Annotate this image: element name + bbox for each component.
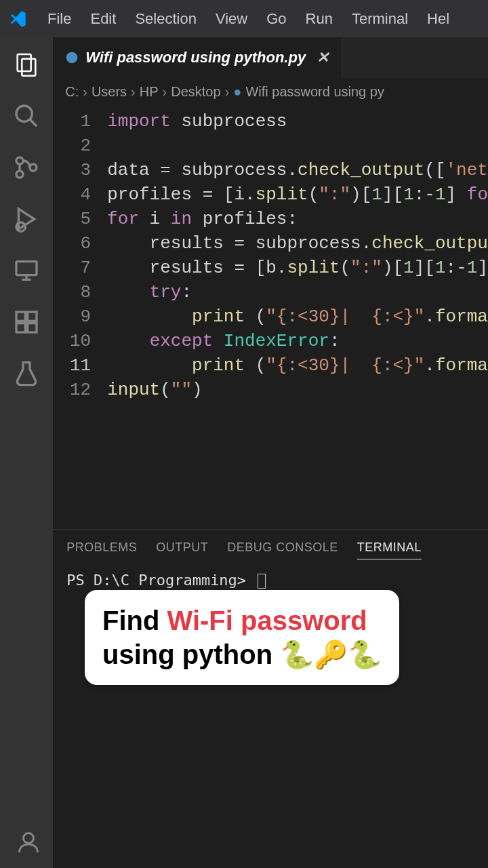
svg-rect-12: [28, 323, 37, 332]
menu-item[interactable]: File: [41, 7, 78, 31]
terminal-prompt: PS D:\C Programming>: [66, 572, 255, 589]
svg-rect-1: [22, 59, 35, 76]
svg-point-13: [66, 52, 78, 64]
svg-point-2: [16, 106, 32, 121]
menu-item[interactable]: View: [209, 7, 254, 31]
panel-tab[interactable]: OUTPUT: [156, 540, 208, 559]
panel-tab[interactable]: PROBLEMS: [66, 540, 137, 559]
editor-area: Wifi password using python.py ✕ C: › Use…: [53, 37, 488, 868]
tab-bar: Wifi password using python.py ✕: [53, 37, 488, 78]
panel-tab[interactable]: DEBUG CONSOLE: [227, 540, 338, 559]
terminal-cursor: [258, 574, 266, 589]
editor-tab[interactable]: Wifi password using python.py ✕: [53, 37, 341, 78]
breadcrumb[interactable]: C: › Users › HP › Desktop › ● Wifi passw…: [53, 78, 488, 105]
main-area: Wifi password using python.py ✕ C: › Use…: [0, 37, 488, 868]
svg-rect-9: [16, 312, 25, 321]
svg-line-3: [30, 119, 37, 126]
menu-item[interactable]: Selection: [128, 7, 203, 31]
extensions-icon[interactable]: [13, 309, 40, 336]
panel-tab[interactable]: TERMINAL: [357, 540, 422, 559]
menu-item[interactable]: Run: [299, 7, 340, 31]
run-debug-icon[interactable]: [13, 205, 40, 233]
svg-rect-11: [16, 323, 25, 332]
svg-point-4: [16, 157, 23, 164]
svg-rect-10: [28, 312, 37, 321]
activity-bar: [0, 37, 53, 868]
search-icon[interactable]: [13, 102, 40, 130]
remote-icon[interactable]: [13, 257, 40, 284]
source-control-icon[interactable]: [13, 154, 40, 181]
svg-point-14: [24, 833, 34, 844]
line-numbers: 123456789101112: [53, 105, 107, 529]
panel-tabs: PROBLEMSOUTPUTDEBUG CONSOLETERMINAL: [53, 530, 488, 566]
close-icon[interactable]: ✕: [317, 49, 329, 66]
code-content[interactable]: import subprocess data = subprocess.chec…: [107, 105, 488, 529]
explorer-icon[interactable]: [13, 51, 40, 78]
menu-item[interactable]: Go: [260, 7, 293, 31]
account-icon[interactable]: [16, 830, 41, 854]
testing-icon[interactable]: [13, 360, 40, 387]
svg-point-5: [16, 171, 23, 178]
code-editor[interactable]: 123456789101112 import subprocess data =…: [53, 105, 488, 529]
tab-filename: Wifi password using python.py: [85, 49, 306, 66]
bottom-panel: PROBLEMSOUTPUTDEBUG CONSOLETERMINAL PS D…: [53, 529, 488, 868]
overlay-caption: Find Wi-Fi password using python 🐍🔑🐍: [85, 590, 399, 685]
python-file-icon: [65, 51, 79, 64]
svg-rect-8: [16, 262, 37, 275]
menu-item[interactable]: Terminal: [345, 7, 415, 31]
menu-item[interactable]: Edit: [83, 7, 123, 31]
svg-rect-0: [18, 54, 31, 71]
menu-bar: FileEditSelectionViewGoRunTerminalHel: [0, 0, 488, 37]
vscode-logo-icon: [8, 9, 27, 28]
menu-item[interactable]: Hel: [420, 7, 456, 31]
